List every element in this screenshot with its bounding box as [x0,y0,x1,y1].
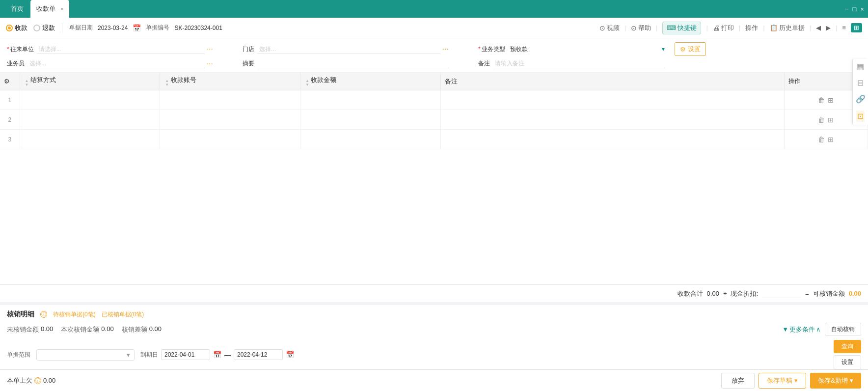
row-2-settlement[interactable] [20,110,160,130]
minimize-icon[interactable]: − [845,5,849,13]
note-input[interactable] [493,59,665,68]
settings-button[interactable]: ⚙ 设置 [675,42,706,56]
save-draft-dropdown-icon[interactable]: ▾ [794,377,798,384]
note-field: 备注 [478,59,665,68]
more-conditions-btn[interactable]: ▼ 更多条件 ∧ [782,325,821,334]
calendar-icon[interactable]: 📅 [133,24,141,32]
shop-input[interactable] [257,45,440,54]
summary-input[interactable] [257,59,449,68]
save-new-dropdown-icon[interactable]: ▾ [850,377,853,384]
row-2-copy-icon[interactable]: ⊞ [828,116,834,124]
row-3-delete-icon[interactable]: 🗑 [818,136,825,143]
salesperson-more-icon[interactable]: ··· [207,59,213,68]
verify-info-icon[interactable]: ⓘ [40,311,47,318]
nav-next-btn[interactable]: ▶ [826,24,831,31]
table-settings-icon: ⚙ [4,78,10,85]
current-verify-label: 本次核销金额 [61,325,99,334]
shop-more-icon[interactable]: ··· [442,45,449,54]
discount-input[interactable] [762,289,801,298]
row-3-settlement[interactable] [20,130,160,149]
save-new-button[interactable]: 保存&新增 ▾ [810,373,861,389]
net-label: 可核销金额 [813,289,845,298]
tab-close-icon[interactable]: × [60,0,63,18]
query-button[interactable]: 查询 [834,340,861,353]
row-1-copy-icon[interactable]: ⊞ [828,96,834,104]
th-settings[interactable]: ⚙ [0,73,20,90]
right-panel: ▦ ⊟ 🔗 ⊡ [852,59,868,125]
refund-radio[interactable]: 退款 [33,24,55,32]
shortcut-btn[interactable]: ⌨ 快捷键 [662,22,701,34]
th-note: 备注 [440,73,784,90]
nav-prev-btn[interactable]: ◀ [816,24,821,31]
verify-settings-button[interactable]: 设置 [834,355,861,369]
right-panel-icon-2[interactable]: ⊟ [857,78,864,87]
operation-btn[interactable]: 操作 [745,24,758,32]
pending-verify-tab[interactable]: 待核销单据(0笔) [53,310,96,319]
date-range: 到期日 📅 — 📅 [140,349,294,360]
range-dropdown-icon[interactable]: ▾ [127,351,130,359]
print-icon: 🖨 [713,24,720,32]
salesperson-input[interactable] [27,59,205,68]
right-panel-icon-3[interactable]: 🔗 [856,94,866,104]
receipt-radio[interactable]: 收款 [6,24,27,32]
divider1 [62,23,62,33]
counterpart-more-icon[interactable]: ··· [207,45,213,54]
form-section: 往来单位 ··· 门店 ··· 业务类型 预收款 ▾ ⚙ 设置 [0,38,868,73]
settings-icon: ⚙ [680,46,686,53]
due-date-from-input[interactable] [161,349,210,360]
row-3-copy-icon[interactable]: ⊞ [828,136,834,143]
unverified-label: 未核销金额 [7,325,39,334]
row-2-account[interactable] [160,110,300,130]
maximize-icon[interactable]: □ [853,5,857,13]
bottom-bar: 本单上欠 ⓘ 0.00 放弃 保存草稿 ▾ 保存&新增 ▾ [0,369,868,391]
row-1-settlement[interactable] [20,90,160,110]
th-account: ▲▼ 收款账号 [160,73,300,90]
toolbar-right: ⊙ 视频 | ⊙ 帮助 | ⌨ 快捷键 | 🖨 打印 | 操作 | [599,22,862,34]
done-verify-tab[interactable]: 已核销单据(0笔) [102,310,144,319]
diff-value: 0.00 [149,325,162,334]
row-1-account[interactable] [160,90,300,110]
tab-current[interactable]: 收款单 × [30,0,69,18]
due-date-label: 到期日 [140,351,158,359]
unverified-stat: 未核销金额 0.00 [7,325,53,334]
row-1-delete-icon[interactable]: 🗑 [818,96,825,104]
diff-stat: 核销差额 0.00 [122,325,162,334]
video-btn[interactable]: ⊙ 视频 [599,24,620,32]
list-view-btn[interactable]: ≡ [842,24,846,31]
print-btn[interactable]: 🖨 打印 [713,24,734,32]
counterpart-label: 往来单位 [7,45,34,54]
tab-home[interactable]: 首页 [4,0,30,18]
plus-sign: + [723,290,727,297]
this-order-label: 本单上欠 [7,376,32,385]
verify-stats: 未核销金额 0.00 本次核销金额 0.00 核销差额 0.00 ▼ 更多条件 … [7,323,861,336]
row-1-amount[interactable] [300,90,441,110]
th-amount: ▲▼ 收款金额 [300,73,441,90]
row-1-note[interactable] [440,90,784,110]
discount-label: 现金折扣: [731,289,758,298]
counterpart-input[interactable] [37,45,205,54]
row-3-amount[interactable] [300,130,441,149]
to-calendar-icon[interactable]: 📅 [286,351,294,359]
due-date-to-input[interactable] [234,349,283,360]
from-calendar-icon[interactable]: 📅 [213,351,221,359]
history-btn[interactable]: 📋 历史单据 [770,24,805,32]
right-panel-icon-1[interactable]: ▦ [857,62,864,71]
row-2-note[interactable] [440,110,784,130]
grid-view-btn[interactable]: ⊞ [851,23,862,32]
refund-label: 退款 [42,24,55,32]
receipt-label: 收款 [15,24,27,32]
row-3-note[interactable] [440,130,784,149]
abandon-button[interactable]: 放弃 [721,373,755,389]
auto-verify-button[interactable]: 自动核销 [825,323,861,336]
business-type-dropdown-icon[interactable]: ▾ [662,46,665,53]
summary-row: 收款合计 0.00 + 现金折扣: = 可核销金额 0.00 [0,284,868,302]
row-3-account[interactable] [160,130,300,149]
this-order-icon[interactable]: ⓘ [34,377,41,384]
range-input[interactable] [41,351,125,358]
close-icon[interactable]: × [860,5,864,13]
row-2-delete-icon[interactable]: 🗑 [818,116,825,124]
save-draft-button[interactable]: 保存草稿 ▾ [759,373,806,389]
row-2-amount[interactable] [300,110,441,130]
help-btn[interactable]: ⊙ 帮助 [631,24,651,32]
right-panel-icon-4[interactable]: ⊡ [856,111,865,122]
